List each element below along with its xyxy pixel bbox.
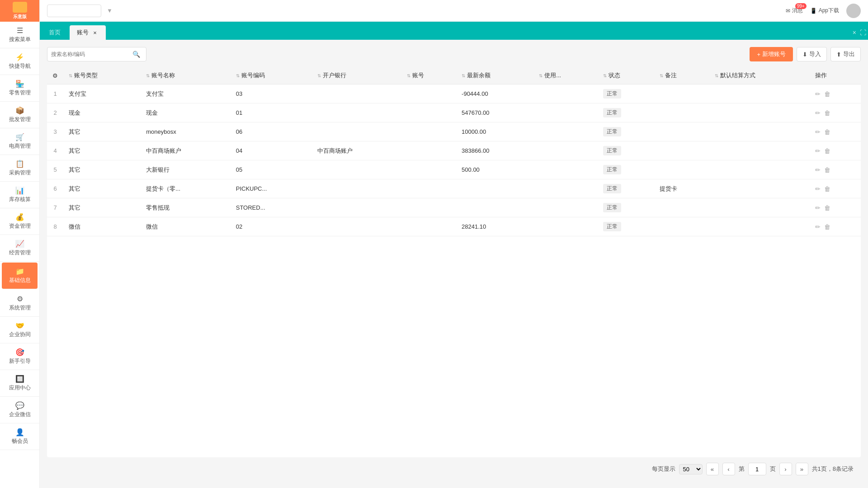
sidebar-item-appcenter[interactable]: 🔲 应用中心	[0, 370, 39, 397]
col-settlement[interactable]: ⇅默认结算方式	[709, 67, 810, 84]
delete-icon[interactable]: 🗑	[824, 185, 830, 192]
col-settings[interactable]: ⚙	[47, 67, 63, 84]
delete-icon[interactable]: 🗑	[824, 147, 830, 155]
top-search-input[interactable]	[47, 5, 101, 17]
row-balance: 10000.00	[456, 122, 533, 141]
page-size-label: 每页显示	[652, 465, 675, 473]
sidebar-item-label: 采购管理	[2, 169, 38, 177]
col-balance[interactable]: ⇅最新余额	[456, 67, 533, 84]
tab-close-window-icon[interactable]: ×	[853, 29, 856, 36]
sidebar-item-label: 畅会员	[2, 437, 38, 445]
search-input[interactable]	[51, 51, 132, 57]
app-download-button[interactable]: 📱 App下载	[810, 7, 839, 14]
sidebar-item-basic-info[interactable]: 📁 基础信息	[2, 263, 38, 289]
page-number-input[interactable]	[748, 463, 766, 475]
first-page-button[interactable]: «	[706, 463, 719, 475]
sidebar-item-enterprise-wechat[interactable]: 💬 企业微信	[0, 397, 39, 423]
sidebar-item-label: 经营管理	[2, 249, 38, 257]
edit-icon[interactable]: ✏	[815, 147, 821, 155]
edit-icon[interactable]: ✏	[815, 223, 821, 230]
delete-icon[interactable]: 🗑	[824, 128, 830, 136]
table-row: 7 其它 零售抵现 STORED... 正常 ✏ 🗑	[47, 198, 861, 217]
row-num: 3	[47, 122, 63, 141]
tab-account[interactable]: 账号 ×	[70, 25, 106, 40]
sidebar-item-quicknav[interactable]: ⚡ 快捷导航	[0, 48, 39, 75]
sidebar-item-system[interactable]: ⚙ 系统管理	[0, 290, 39, 317]
row-balance	[456, 198, 533, 217]
toolbar: 🔍 + 新增账号 ⬇ 导入 ⬆ 导出	[47, 47, 861, 61]
col-status[interactable]: ⇅状态	[598, 67, 654, 84]
sidebar-item-label: 企业微信	[2, 411, 38, 418]
dropdown-arrow-icon[interactable]: ▼	[107, 7, 113, 14]
page-size-select[interactable]: 50 100 200	[679, 464, 703, 474]
message-button[interactable]: ✉ 消息 99+	[786, 7, 803, 14]
row-type: 其它	[63, 122, 141, 141]
row-status: 正常	[598, 217, 654, 236]
delete-icon[interactable]: 🗑	[824, 204, 830, 211]
row-status: 正常	[598, 103, 654, 122]
col-usage[interactable]: ⇅使用...	[533, 67, 598, 84]
col-code[interactable]: ⇅账号编码	[231, 67, 312, 84]
table-header-row: ⚙ ⇅账号类型 ⇅账号名称 ⇅账号编码 ⇅开户银行 ⇅账号 ⇅最新余额 ⇅使用.…	[47, 67, 861, 84]
delete-icon[interactable]: 🗑	[824, 109, 830, 117]
import-button[interactable]: ⬇ 导入	[797, 47, 827, 61]
col-bank[interactable]: ⇅开户银行	[312, 67, 401, 84]
row-actions: ✏ 🗑	[810, 198, 861, 217]
row-settlement	[709, 217, 810, 236]
edit-icon[interactable]: ✏	[815, 204, 821, 211]
fullscreen-icon[interactable]: ⛶	[860, 29, 866, 36]
col-remark[interactable]: ⇅备注	[654, 67, 710, 84]
sidebar-item-search[interactable]: ☰ 搜索菜单	[0, 22, 39, 48]
row-remark	[654, 141, 710, 160]
row-balance: 500.00	[456, 160, 533, 179]
edit-icon[interactable]: ✏	[815, 90, 821, 98]
edit-icon[interactable]: ✏	[815, 185, 821, 192]
last-page-button[interactable]: »	[796, 463, 808, 475]
sidebar-item-finance[interactable]: 💰 资金管理	[0, 208, 39, 235]
col-name[interactable]: ⇅账号名称	[141, 67, 230, 84]
sidebar-item-retail[interactable]: 🏪 零售管理	[0, 75, 39, 102]
next-page-button[interactable]: ›	[779, 463, 792, 475]
tab-home[interactable]: 首页	[42, 25, 68, 40]
header-right: ✉ 消息 99+ 📱 App下载	[786, 4, 861, 18]
edit-icon[interactable]: ✏	[815, 166, 821, 174]
row-bank	[312, 103, 401, 122]
row-type: 现金	[63, 103, 141, 122]
avatar[interactable]	[846, 4, 861, 18]
header-left: ▼	[47, 5, 113, 17]
row-account	[401, 103, 456, 122]
table-row: 5 其它 大新银行 05 500.00 正常 ✏ 🗑	[47, 160, 861, 179]
sidebar-item-purchase[interactable]: 📋 采购管理	[0, 155, 39, 182]
row-actions: ✏ 🗑	[810, 179, 861, 198]
delete-icon[interactable]: 🗑	[824, 90, 830, 98]
sidebar-item-member[interactable]: 👤 畅会员	[0, 423, 39, 450]
export-button[interactable]: ⬆ 导出	[830, 47, 861, 61]
row-status: 正常	[598, 198, 654, 217]
delete-icon[interactable]: 🗑	[824, 223, 830, 230]
col-type[interactable]: ⇅账号类型	[63, 67, 141, 84]
row-remark	[654, 103, 710, 122]
col-account[interactable]: ⇅账号	[401, 67, 456, 84]
tab-close-icon[interactable]: ×	[91, 29, 99, 36]
prev-page-button[interactable]: ‹	[722, 463, 735, 475]
row-balance: 383866.00	[456, 141, 533, 160]
tab-home-label: 首页	[49, 28, 61, 37]
row-type: 其它	[63, 141, 141, 160]
row-account	[401, 160, 456, 179]
sidebar-item-collab[interactable]: 🤝 企业协同	[0, 317, 39, 343]
sidebar-item-operations[interactable]: 📈 经营管理	[0, 235, 39, 262]
row-account	[401, 122, 456, 141]
search-icon[interactable]: 🔍	[132, 51, 140, 58]
pagination: 每页显示 50 100 200 « ‹ 第 页 › » 共1页，8条记录	[47, 457, 861, 481]
finance-icon: 💰	[2, 213, 38, 221]
edit-icon[interactable]: ✏	[815, 109, 821, 117]
sidebar-item-wholesale[interactable]: 📦 批发管理	[0, 102, 39, 128]
add-account-button[interactable]: + 新增账号	[750, 47, 793, 61]
sidebar-item-inventory[interactable]: 📊 库存核算	[0, 182, 39, 208]
sidebar-item-ecommerce[interactable]: 🛒 电商管理	[0, 128, 39, 155]
status-badge: 正常	[603, 146, 621, 155]
delete-icon[interactable]: 🗑	[824, 166, 830, 174]
edit-icon[interactable]: ✏	[815, 128, 821, 136]
sidebar-item-guide[interactable]: 🎯 新手引导	[0, 343, 39, 370]
row-code: 02	[231, 217, 312, 236]
